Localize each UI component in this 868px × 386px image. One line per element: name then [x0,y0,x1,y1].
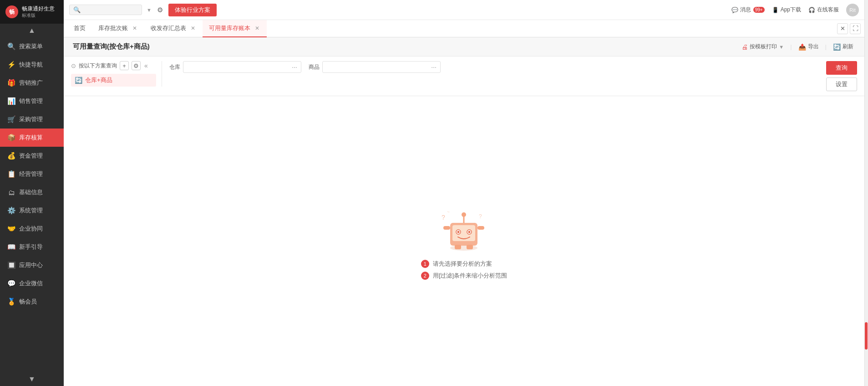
message-badge: 99+ [753,7,765,13]
svg-text:?: ? [479,213,482,220]
trial-industry-button[interactable]: 体验行业方案 [168,4,217,16]
sidebar-item-label: 营销推广 [19,79,43,87]
main-content: 🔍 ▼ ⚙ 体验行业方案 💬 消息 99+ 📱 App下载 🎧 在线客服 R [64,0,864,386]
sidebar-scroll-down[interactable]: ▼ [0,372,64,386]
right-scrollbar[interactable] [864,0,868,386]
sidebar-item-app-center[interactable]: 🔲 应用中心 [0,256,64,274]
warehouse-input-box[interactable]: ··· [183,61,301,73]
warehouse-input[interactable] [187,64,290,70]
sidebar-scroll-up[interactable]: ▲ [0,24,64,37]
sidebar-item-member[interactable]: 🏅 畅会员 [0,293,64,311]
tab-receipt-summary[interactable]: 收发存汇总表 ✕ [144,20,203,37]
sidebar-item-enterprise[interactable]: 🤝 企业协同 [0,220,64,238]
finance-icon: 💰 [7,152,15,160]
operation-icon: 📋 [7,170,15,178]
app-logo: 畅 [5,5,18,18]
product-label: 商品 [309,63,320,71]
scheme-item-warehouse-product[interactable]: 🔄 仓库+商品 [71,74,156,87]
settings-button[interactable]: 设置 [826,77,857,91]
svg-point-5 [457,231,460,233]
search-icon: 🔍 [73,6,81,13]
gear-icon[interactable]: ⚙ [157,6,163,14]
scrollbar-thumb[interactable] [865,322,868,350]
product-more-icon[interactable]: ··· [431,63,437,71]
sidebar-item-guide[interactable]: 📖 新手引导 [0,238,64,256]
sidebar-nav: 🔍 搜索菜单 ⚡ 快捷导航 🎁 营销推广 📊 销售管理 🛒 采购管理 📦 库存核… [0,37,64,372]
print-button[interactable]: 🖨 按模板打印 ▼ [740,42,786,51]
scheme-header-icon: ⊙ [71,62,76,69]
sidebar-item-finance[interactable]: 💰 资金管理 [0,147,64,165]
tab-batch-account[interactable]: 库存批次账 ✕ [92,20,144,37]
tab-batch-account-close[interactable]: ✕ [132,25,138,31]
online-service-button[interactable]: 🎧 在线客服 [808,6,839,14]
sidebar: 畅 畅康通好生意 标准版 ▲ 🔍 搜索菜单 ⚡ 快捷导航 🎁 营销推广 📊 销售… [0,0,64,386]
sidebar-item-sales[interactable]: 📊 销售管理 [0,92,64,110]
scheme-item-label: 仓库+商品 [85,76,112,84]
sidebar-item-label: 资金管理 [19,152,43,160]
query-filters: 仓库 ··· 商品 ··· [162,61,826,73]
hint-text-2: 用[过滤]条件来缩小分析范围 [433,272,507,280]
tab-home[interactable]: 首页 [67,20,92,37]
refresh-button[interactable]: 🔄 刷新 [831,42,855,51]
hint-number-2: 2 [421,272,429,280]
sidebar-item-inventory[interactable]: 📦 库存核算 [0,129,64,147]
svg-rect-9 [443,226,450,230]
sidebar-header: 畅 畅康通好生意 标准版 [0,0,64,24]
sidebar-item-label: 应用中心 [19,261,43,269]
sidebar-item-system[interactable]: ⚙️ 系统管理 [0,201,64,220]
phone-icon: 📱 [772,7,779,13]
sidebar-item-operation[interactable]: 📋 经营管理 [0,165,64,183]
user-avatar[interactable]: Rit [846,4,859,16]
sidebar-item-shortcut[interactable]: ⚡ 快捷导航 [0,56,64,74]
sidebar-item-label: 库存核算 [19,134,43,142]
warehouse-more-icon[interactable]: ··· [292,63,297,71]
warehouse-label: 仓库 [169,63,180,71]
tab-receipt-summary-label: 收发存汇总表 [151,24,186,32]
scheme-settings-button[interactable]: ⚙ [132,61,141,70]
sidebar-item-label: 经营管理 [19,170,43,178]
print-label: 按模板打印 [750,43,777,51]
product-filter: 商品 ··· [309,61,441,73]
product-input-box[interactable]: ··· [322,61,441,73]
scheme-item-icon: 🔄 [75,77,82,84]
sidebar-item-basic-info[interactable]: 🗂 基础信息 [0,183,64,201]
tab-receipt-summary-close[interactable]: ✕ [190,25,196,31]
app-center-icon: 🔲 [7,261,15,269]
chevron-down-icon[interactable]: ▼ [147,7,152,13]
query-button[interactable]: 查询 [826,61,857,75]
sidebar-item-marketing[interactable]: 🎁 营销推广 [0,74,64,92]
sidebar-item-wechat[interactable]: 💬 企业微信 [0,274,64,293]
tab-expand-button[interactable]: ⛶ [850,23,861,34]
sidebar-item-label: 畅会员 [19,298,37,306]
content-area: ? ? ~ 1 请先选择要分析的方案 2 用[过滤]条件来缩小分析范围 [64,96,864,386]
query-scheme-label: 按以下方案查询 [79,62,117,70]
purchase-icon: 🛒 [7,115,15,124]
export-button[interactable]: 📤 导出 [797,42,821,51]
empty-illustration: ? ? ~ [439,202,489,252]
search-input[interactable] [82,7,128,13]
warehouse-filter: 仓库 ··· [169,61,301,73]
tab-close-all-button[interactable]: ✕ [837,23,848,34]
sidebar-item-search[interactable]: 🔍 搜索菜单 [0,37,64,56]
page-header-actions: 🖨 按模板打印 ▼ | 📤 导出 | 🔄 刷新 [740,42,855,51]
product-input[interactable] [326,64,429,70]
query-scheme-header: ⊙ 按以下方案查询 + ⚙ « [71,61,156,70]
tab-available-ledger-close[interactable]: ✕ [254,25,260,31]
sidebar-item-label: 搜索菜单 [19,42,43,51]
chevron-down-icon[interactable]: ▼ [779,44,784,50]
message-button[interactable]: 💬 消息 99+ [731,6,765,14]
system-icon: ⚙️ [7,206,15,215]
export-label: 导出 [808,43,819,51]
svg-rect-10 [477,226,484,230]
app-version: 标准版 [22,12,55,19]
app-download-button[interactable]: 📱 App下载 [772,6,801,14]
tab-available-ledger[interactable]: 可用量库存账本 ✕ [203,20,267,37]
shortcut-icon: ⚡ [7,61,15,69]
export-icon: 📤 [798,43,806,51]
add-scheme-button[interactable]: + [120,61,129,70]
sidebar-item-purchase[interactable]: 🛒 采购管理 [0,110,64,129]
collapse-icon[interactable]: « [144,62,148,69]
guide-icon: 📖 [7,243,15,251]
search-icon: 🔍 [7,42,15,51]
topbar-search-box[interactable]: 🔍 [69,5,142,15]
